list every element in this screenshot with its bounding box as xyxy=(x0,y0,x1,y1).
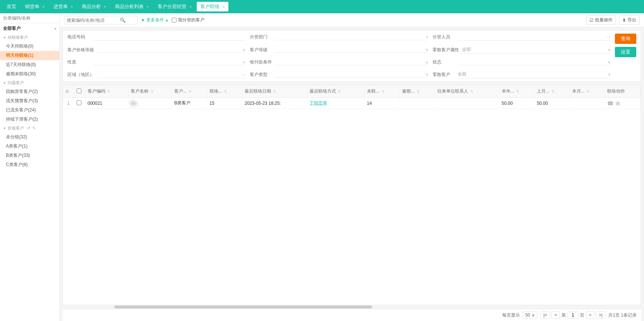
my-customers-checkbox-wrap[interactable]: 我分管的客户 xyxy=(172,17,204,23)
search-btn-icon[interactable]: 🔍 xyxy=(120,17,126,23)
customer-level-select[interactable]: ∨ xyxy=(275,47,428,53)
nav-product-analysis-list[interactable]: 商品分析列表 × xyxy=(111,2,153,11)
value-customers-group[interactable]: 价值客户 ↺ ✎ xyxy=(0,124,59,132)
payment-select[interactable]: ∨ xyxy=(275,59,428,65)
sort-overdue-icon[interactable]: ⇅ xyxy=(417,89,420,93)
sidebar-class-b[interactable]: B类客户(33) xyxy=(0,151,59,160)
payment-filter: 收付款条件 ∨ xyxy=(250,59,428,65)
row-action-cell: ☎ ⊞ xyxy=(605,98,641,109)
problem-customers-group[interactable]: 问题客户 xyxy=(0,79,59,87)
row-checkbox[interactable] xyxy=(77,100,81,105)
sidebar-ungrouped[interactable]: 未分组(32) xyxy=(0,132,59,142)
table-area: ⚙ 客户编码 ⇅ 客户名称 ⇅ xyxy=(63,85,641,305)
col-type: 客户... ⇅ xyxy=(172,85,207,98)
scrollbar-thumb xyxy=(114,306,372,308)
sort-date-icon[interactable]: ⇅ xyxy=(273,89,276,93)
nature-chevron-icon: ∨ xyxy=(243,60,245,64)
status-select[interactable]: ∨ xyxy=(458,59,610,65)
retail-attr-chevron-icon: ∨ xyxy=(608,48,610,52)
per-page-select[interactable]: 50 ∨ xyxy=(523,311,538,319)
sidebar-declining[interactable]: 持续下滑客户(2) xyxy=(0,115,59,124)
retail-customer-select[interactable]: 全部 ∨ xyxy=(458,70,610,79)
sidebar-overdue-pending[interactable]: 逾期未联络(30) xyxy=(0,69,59,79)
page-number-input[interactable] xyxy=(567,311,578,319)
last-page-btn[interactable]: >| xyxy=(596,311,605,319)
row-last-month: 50.00 xyxy=(535,98,570,109)
my-customers-checkbox[interactable] xyxy=(172,18,176,23)
query-button[interactable]: 查询 xyxy=(615,34,636,44)
sidebar-repurchase-anomaly[interactable]: 回购异常客户(2) xyxy=(0,87,59,96)
more-filters-btn[interactable]: ▼ 更多条件 ▲ xyxy=(141,17,169,23)
area-filter: 区域（地区） ··· xyxy=(67,71,245,78)
value-customers-refresh-icon[interactable]: ↺ xyxy=(27,126,30,131)
first-page-btn[interactable]: |< xyxy=(540,311,550,319)
price-level-select[interactable]: ∨ xyxy=(97,47,245,53)
sidebar-search-input[interactable] xyxy=(3,15,58,21)
sort-type-icon[interactable]: ⇅ xyxy=(189,89,192,93)
customer-level-chevron-icon: ∨ xyxy=(426,48,428,52)
pagination: |< < 第 页 > >| xyxy=(540,311,605,319)
batch-op-btn[interactable]: ☑ 批量操作 xyxy=(586,15,616,25)
export-btn[interactable]: ⬆ 导出 xyxy=(619,15,640,25)
row-uncontacted: 14 xyxy=(364,98,400,109)
close-purchase-icon[interactable]: × xyxy=(71,4,73,9)
sidebar-class-c[interactable]: C类客户(6) xyxy=(0,160,59,169)
nav-sales[interactable]: 销货单 × xyxy=(21,2,48,11)
sort-code-icon[interactable]: ⇅ xyxy=(107,89,110,93)
sort-last-month-icon[interactable]: ⇅ xyxy=(552,89,554,93)
sort-contact-icon[interactable]: ⇅ xyxy=(224,89,227,93)
prev-page-btn[interactable]: < xyxy=(552,311,560,319)
sort-uncontacted-icon[interactable]: ⇅ xyxy=(381,89,384,93)
sort-year-icon[interactable]: ⇅ xyxy=(516,89,519,93)
person-dots-icon[interactable]: ··· xyxy=(607,34,610,39)
retail-attr-select[interactable]: 全部 ∨ xyxy=(462,46,610,54)
dept-select[interactable]: ∨ xyxy=(275,34,428,40)
all-customers-label: 全部客户 xyxy=(3,25,21,32)
last-method-link[interactable]: 下销货单 xyxy=(309,100,327,106)
sidebar-today-pending[interactable]: 今天待联络(0) xyxy=(0,42,59,51)
retail-customer-label: 零散客户 xyxy=(433,72,455,78)
export-icon: ⬆ xyxy=(622,18,626,23)
sort-unit-icon[interactable]: ⇅ xyxy=(470,89,473,93)
close-analysis-icon[interactable]: × xyxy=(104,4,106,9)
sort-method-icon[interactable]: ⇅ xyxy=(338,89,341,93)
nav-home[interactable]: 首页 xyxy=(3,2,20,11)
area-dots-icon[interactable]: ··· xyxy=(242,72,245,77)
sidebar-churned[interactable]: 已流失客户(24) xyxy=(0,106,59,115)
table-footer: 每页显示 50 ∨ |< < 第 页 > >| 共1页 1条记录 xyxy=(63,309,641,321)
sidebar-tomorrow-pending[interactable]: 明天待联络(1) xyxy=(0,51,59,60)
horizontal-scrollbar[interactable] xyxy=(63,305,641,309)
search-input[interactable] xyxy=(67,18,118,23)
close-customer-tier-icon[interactable]: × xyxy=(189,4,192,9)
filter-row-3: 性质 ∨ 收付款条件 ∨ xyxy=(67,59,610,65)
sidebar-churn-warning[interactable]: 流失预警客户(3) xyxy=(0,96,59,106)
nav-customer-contact[interactable]: 客户联络 × xyxy=(197,2,228,11)
close-sales-icon[interactable]: × xyxy=(42,4,45,9)
customer-type-select[interactable]: ∨ xyxy=(275,72,428,77)
col-uncontacted: 未联... ⇅ xyxy=(364,85,400,98)
all-customers-header[interactable]: 全部客户 « xyxy=(0,23,59,33)
sidebar-class-a[interactable]: A类客户(1) xyxy=(0,142,59,151)
nature-select[interactable]: ∨ xyxy=(92,59,245,65)
nav-purchase[interactable]: 进货单 × xyxy=(50,2,77,11)
set-button[interactable]: 设置 xyxy=(615,47,636,57)
sort-this-month-icon[interactable]: ⇅ xyxy=(587,89,589,93)
retail-customer-filter: 零散客户 全部 ∨ xyxy=(433,70,610,79)
select-all-checkbox[interactable] xyxy=(77,89,81,93)
phone-action-icon[interactable]: ☎ xyxy=(607,100,613,106)
sort-name-icon[interactable]: ⇅ xyxy=(151,89,154,93)
phone-input[interactable] xyxy=(92,34,245,41)
close-customer-contact-icon[interactable]: × xyxy=(223,4,225,9)
col-settings: ⚙ xyxy=(63,85,74,98)
sidebar-7days-pending[interactable]: 近7天待联络(0) xyxy=(0,60,59,69)
nav-customer-tier[interactable]: 客户分层经营 × xyxy=(154,2,195,11)
value-customers-edit-icon[interactable]: ✎ xyxy=(32,126,36,131)
next-page-btn[interactable]: > xyxy=(586,311,594,319)
nav-product-analysis[interactable]: 商品分析 × xyxy=(78,2,110,11)
status-filter: 状态 ∨ xyxy=(433,59,610,65)
status-chevron-icon: ∨ xyxy=(608,60,610,64)
pending-contact-group[interactable]: 待联络客户 xyxy=(0,33,59,42)
grid-action-icon[interactable]: ⊞ xyxy=(616,100,620,106)
settings-gear-icon[interactable]: ⚙ xyxy=(65,89,69,94)
close-analysis-list-icon[interactable]: × xyxy=(147,4,149,9)
